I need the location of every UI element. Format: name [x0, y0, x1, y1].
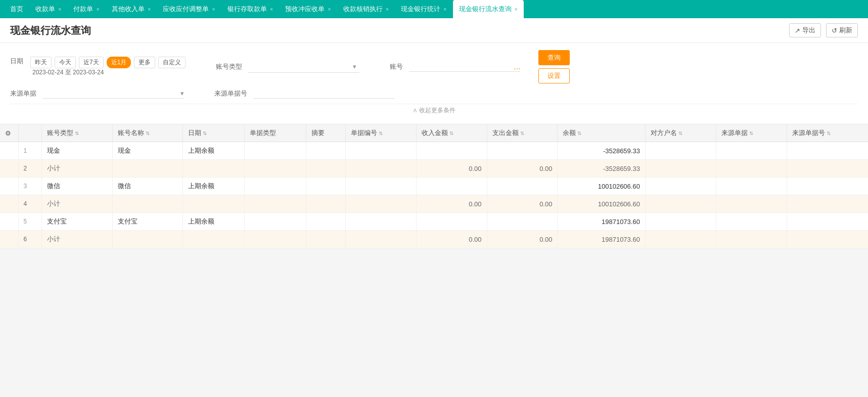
sort-icon-income: ⇅: [449, 130, 453, 136]
cell-account_type: 现金: [41, 142, 112, 160]
data-table: ⚙账号类型 ⇅账号名称 ⇅日期 ⇅单据类型摘要单据编号 ⇅收入金额 ⇅支出金额 …: [0, 124, 868, 248]
col-date[interactable]: 日期 ⇅: [183, 124, 245, 142]
col-counterpart[interactable]: 对方户名 ⇅: [645, 124, 716, 142]
nav-tab-其他收入单[interactable]: 其他收入单×: [106, 0, 157, 18]
date-shortcut-0[interactable]: 昨天: [30, 57, 52, 68]
col-doc_no[interactable]: 单据编号 ⇅: [345, 124, 416, 142]
tab-close-icon[interactable]: ×: [515, 6, 518, 12]
header-actions: ↗ 导出 ↺ 刷新: [789, 23, 858, 37]
cell-income: [416, 213, 487, 231]
page-title: 现金银行流水查询: [10, 24, 91, 37]
cell-date: [183, 195, 245, 213]
tab-close-icon[interactable]: ×: [443, 6, 446, 12]
cell-date: [183, 231, 245, 248]
cell-source_doc_no: [787, 178, 868, 195]
cell-account_name: 支付宝: [112, 213, 183, 231]
nav-tab-应收应付调整单[interactable]: 应收应付调整单×: [157, 0, 221, 18]
cell-source_doc_no: [787, 231, 868, 248]
col-gear: ⚙: [0, 124, 18, 142]
cell-gear: [0, 231, 18, 248]
cell-expense: 0.00: [487, 160, 558, 178]
collapse-bar[interactable]: ∧ 收起更多条件: [10, 104, 858, 117]
tab-close-icon[interactable]: ×: [328, 6, 331, 12]
cell-income: 0.00: [416, 160, 487, 178]
col-balance[interactable]: 余额 ⇅: [558, 124, 645, 142]
tab-close-icon[interactable]: ×: [148, 6, 151, 12]
account-input[interactable]: [409, 62, 512, 71]
cell-source_doc: [716, 213, 787, 231]
tab-close-icon[interactable]: ×: [212, 6, 215, 12]
cell-counterpart: [645, 213, 716, 231]
sort-icon-counterpart: ⇅: [678, 130, 682, 136]
account-dots[interactable]: ...: [514, 62, 520, 71]
table-row: 5支付宝支付宝上期余额19871073.60: [0, 213, 868, 231]
cell-index: 2: [18, 160, 41, 178]
settings-button[interactable]: 设置: [538, 68, 570, 83]
cell-expense: 0.00: [487, 195, 558, 213]
date-shortcut-5[interactable]: 自定义: [158, 57, 186, 68]
collapse-label: 收起更多条件: [419, 107, 455, 114]
tab-close-icon[interactable]: ×: [386, 6, 389, 12]
cell-account_type: 小计: [41, 231, 112, 248]
cell-account_type: 支付宝: [41, 213, 112, 231]
refresh-button[interactable]: ↺ 刷新: [826, 23, 858, 37]
table-row: 4小计0.000.00100102606.60: [0, 195, 868, 213]
cell-source_doc: [716, 178, 787, 195]
sort-icon-account_name: ⇅: [146, 130, 150, 136]
query-button[interactable]: 查询: [538, 50, 570, 65]
cell-summary: [306, 142, 345, 160]
cell-summary: [306, 195, 345, 213]
cell-income: [416, 142, 487, 160]
col-index: [18, 124, 41, 142]
cell-account_type: 小计: [41, 160, 112, 178]
nav-home[interactable]: 首页: [4, 5, 29, 14]
date-shortcut-3[interactable]: 近1月: [107, 57, 131, 68]
sort-icon-balance: ⇅: [577, 130, 581, 136]
cell-summary: [306, 160, 345, 178]
cell-expense: [487, 213, 558, 231]
header-bar: 现金银行流水查询 ↗ 导出 ↺ 刷新: [0, 18, 868, 43]
source-doc-no-label: 来源单据号: [214, 89, 247, 98]
cell-counterpart: [645, 231, 716, 248]
source-doc-input[interactable]: [42, 89, 180, 98]
tab-close-icon[interactable]: ×: [270, 6, 273, 12]
tab-close-icon[interactable]: ×: [96, 6, 99, 12]
cell-doc_no: [345, 142, 416, 160]
cell-expense: [487, 178, 558, 195]
nav-tab-现金银行统计[interactable]: 现金银行统计×: [395, 0, 452, 18]
cell-doc_type: [244, 231, 306, 248]
account-type-label: 账号类型: [216, 62, 242, 71]
cell-date: 上期余额: [183, 178, 245, 195]
source-doc-no-input[interactable]: [253, 89, 395, 98]
nav-tab-银行存取款单[interactable]: 银行存取款单×: [221, 0, 279, 18]
cell-source_doc: [716, 142, 787, 160]
cell-index: 6: [18, 231, 41, 248]
nav-tab-收款单[interactable]: 收款单×: [29, 0, 67, 18]
cell-gear: [0, 142, 18, 160]
source-doc-label: 来源单据: [10, 89, 36, 98]
nav-tab-预收冲应收单[interactable]: 预收冲应收单×: [279, 0, 337, 18]
date-shortcut-4[interactable]: 更多: [134, 57, 155, 68]
col-account_type[interactable]: 账号类型 ⇅: [41, 124, 112, 142]
col-expense[interactable]: 支出金额 ⇅: [487, 124, 558, 142]
nav-tab-现金银行流水查询[interactable]: 现金银行流水查询×: [453, 0, 524, 18]
col-income[interactable]: 收入金额 ⇅: [416, 124, 487, 142]
cell-account_name: [112, 160, 183, 178]
date-shortcut-2[interactable]: 近7天: [79, 57, 104, 68]
export-button[interactable]: ↗ 导出: [789, 23, 821, 37]
col-account_name[interactable]: 账号名称 ⇅: [112, 124, 183, 142]
account-type-select[interactable]: ▾: [248, 61, 359, 73]
cell-date: 上期余额: [183, 213, 245, 231]
cell-gear: [0, 178, 18, 195]
cell-account_type: 微信: [41, 178, 112, 195]
nav-tab-收款核销执行[interactable]: 收款核销执行×: [337, 0, 395, 18]
col-source_doc_no[interactable]: 来源单据号 ⇅: [787, 124, 868, 142]
tab-close-icon[interactable]: ×: [58, 6, 61, 12]
date-shortcut-1[interactable]: 今天: [55, 57, 76, 68]
col-summary: 摘要: [306, 124, 345, 142]
cell-counterpart: [645, 160, 716, 178]
cell-summary: [306, 213, 345, 231]
col-source_doc[interactable]: 来源单据 ⇅: [716, 124, 787, 142]
table-container: ⚙账号类型 ⇅账号名称 ⇅日期 ⇅单据类型摘要单据编号 ⇅收入金额 ⇅支出金额 …: [0, 124, 868, 248]
nav-tab-付款单[interactable]: 付款单×: [67, 0, 105, 18]
